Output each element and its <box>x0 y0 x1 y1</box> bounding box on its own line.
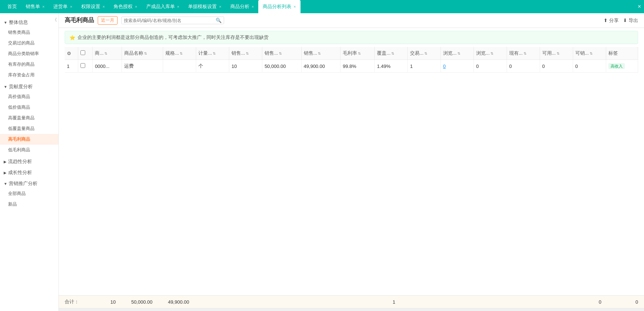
export-button[interactable]: ⬇ 导出 <box>623 17 638 24</box>
group-arrow-icon: ▼ <box>4 21 7 25</box>
select-all-checkbox[interactable] <box>80 50 85 55</box>
row-trade: 1 <box>408 60 441 73</box>
tab-close-icon[interactable]: × <box>294 4 296 9</box>
sidebar-item-低毛利商品[interactable]: 低毛利商品 <box>0 145 58 155</box>
footer-sale-qty: 10 <box>86 299 116 305</box>
sidebar-item-低价值商品[interactable]: 低价值商品 <box>0 102 58 113</box>
export-label: 导出 <box>629 17 638 24</box>
row-coverage: 1.49% <box>375 60 408 73</box>
col-header-sale_qty[interactable]: 销售...⇅ <box>229 47 262 60</box>
tab-close-icon[interactable]: × <box>135 4 137 9</box>
row-view1: 0 <box>441 60 474 73</box>
sidebar-item-商品分类助销率[interactable]: 商品分类助销率 <box>0 48 58 59</box>
share-icon: ⬆ <box>604 18 608 23</box>
main-layout: 《 ▼整体信息销售类商品交易过的商品商品分类助销率有库存的商品库存资金占用▼贡献… <box>0 13 644 311</box>
footer-current-stock: 0 <box>572 299 601 305</box>
col-header-name[interactable]: 商品名称⇅ <box>122 47 163 60</box>
col-header-sale_amount[interactable]: 销售...⇅ <box>262 47 301 60</box>
time-filter-button[interactable]: 近一月 <box>98 16 118 25</box>
sidebar-item-有库存的商品[interactable]: 有库存的商品 <box>0 59 58 70</box>
info-icon: ⭐ <box>69 35 75 40</box>
tab-close-icon[interactable]: × <box>219 4 221 9</box>
footer-label: 合计： <box>65 299 79 305</box>
sort-icon: ⇅ <box>424 51 427 55</box>
sort-icon: ⇅ <box>557 51 560 55</box>
col-header-code[interactable]: 商...⇅ <box>93 47 122 60</box>
close-all-button[interactable]: × <box>638 3 641 10</box>
view1-link[interactable]: 0 <box>443 64 446 69</box>
table-row: 10000...运费个1050,000.0049,900.0099.8%1.49… <box>65 60 638 73</box>
sort-icon: ⇅ <box>279 51 282 55</box>
sidebar-group-营销推广分析[interactable]: ▼营销推广分析 <box>0 177 58 188</box>
sidebar-item-销售类商品[interactable]: 销售类商品 <box>0 27 58 38</box>
tag-badge: 高收入 <box>608 63 625 69</box>
sort-icon: ⇅ <box>457 51 460 55</box>
share-button[interactable]: ⬆ 分享 <box>604 17 619 24</box>
col-header-sale_profit[interactable]: 销售...⇅ <box>301 47 340 60</box>
nav-tab-产成品入库单[interactable]: 产成品入库单 × <box>142 0 184 13</box>
header-actions: ⬆ 分享 ⬇ 导出 <box>604 17 638 24</box>
sort-icon: ⇅ <box>246 51 249 55</box>
row-view2: 0 <box>474 60 507 73</box>
nav-tab-进货单[interactable]: 进货单 × <box>49 0 76 13</box>
tab-close-icon[interactable]: × <box>177 4 179 9</box>
group-label: 流趋性分析 <box>8 158 32 165</box>
sort-icon: ⇅ <box>524 51 526 55</box>
sidebar-item-交易过的商品[interactable]: 交易过的商品 <box>0 38 58 48</box>
info-banner: ⭐ 企业的主要的利润都是这部分商品创造的，可考虑加大推广，同时关注库存是不要出现… <box>65 31 638 44</box>
sidebar-item-低覆盖量商品[interactable]: 低覆盖量商品 <box>0 123 58 134</box>
col-header-trade[interactable]: 交易...⇅ <box>408 47 441 60</box>
col-header-coverage[interactable]: 覆盖...⇅ <box>375 47 408 60</box>
row-current-stock: 0 <box>507 60 540 73</box>
row-sale-qty: 10 <box>229 60 262 73</box>
page-title: 高毛利商品 <box>65 17 94 24</box>
sidebar-group-成长性分析[interactable]: ▶成长性分析 <box>0 166 58 177</box>
sidebar-item-高毛利商品[interactable]: 高毛利商品 <box>0 134 58 145</box>
sort-icon: ⇅ <box>318 51 321 55</box>
sidebar-item-新品[interactable]: 新品 <box>0 199 58 210</box>
sidebar-group-整体信息[interactable]: ▼整体信息 <box>0 16 58 27</box>
col-header-spec[interactable]: 规格...⇅ <box>163 47 196 60</box>
search-input[interactable] <box>124 18 216 23</box>
content-header: 高毛利商品 近一月 🔍 ⬆ 分享 ⬇ 导出 <box>59 13 644 28</box>
sort-icon: ⇅ <box>358 51 361 55</box>
row-checkbox-input[interactable] <box>80 63 85 68</box>
row-saleable-stock: 0 <box>573 60 606 73</box>
sidebar-collapse-button[interactable]: 《 <box>51 16 58 23</box>
group-label: 营销推广分析 <box>9 180 37 187</box>
col-header-saleable_stock[interactable]: 可销...⇅ <box>573 47 606 60</box>
tab-close-icon[interactable]: × <box>252 4 254 9</box>
col-header-unit[interactable]: 计量...⇅ <box>196 47 229 60</box>
col-header-current_stock[interactable]: 现有...⇅ <box>507 47 540 60</box>
sidebar-item-库存资金占用[interactable]: 库存资金占用 <box>0 70 58 80</box>
sidebar-item-全部商品[interactable]: 全部商品 <box>0 188 58 199</box>
nav-tab-商品分析[interactable]: 商品分析 × <box>226 0 258 13</box>
col-header-checkbox <box>78 47 93 60</box>
nav-tab-销售单[interactable]: 销售单 × <box>21 0 49 13</box>
bottom-scrollbar[interactable] <box>59 308 644 311</box>
table-wrapper: ⚙商...⇅商品名称⇅规格...⇅计量...⇅销售...⇅销售...⇅销售...… <box>59 47 644 295</box>
nav-tab-商品分析列表[interactable]: 商品分析列表 × <box>258 0 300 13</box>
group-arrow-icon: ▶ <box>4 171 7 175</box>
table-footer: 合计： 10 50,000.00 49,900.00 1 0 0 <box>59 295 644 308</box>
sidebar-group-贡献度分析[interactable]: ▼贡献度分析 <box>0 80 58 91</box>
search-icon[interactable]: 🔍 <box>216 18 222 23</box>
col-header-margin_rate[interactable]: 毛利率⇅ <box>341 47 375 60</box>
sidebar-item-高价值商品[interactable]: 高价值商品 <box>0 91 58 102</box>
nav-tab-首页[interactable]: 首页 <box>3 0 21 13</box>
nav-tab-权限设置[interactable]: 权限设置 × <box>77 0 109 13</box>
sidebar-group-流趋性分析[interactable]: ▶流趋性分析 <box>0 155 58 166</box>
group-arrow-icon: ▶ <box>4 160 7 164</box>
tab-close-icon[interactable]: × <box>42 4 44 9</box>
col-header-available_stock[interactable]: 可用...⇅ <box>540 47 573 60</box>
tab-close-icon[interactable]: × <box>70 4 72 9</box>
col-header-view2[interactable]: 浏览...⇅ <box>474 47 507 60</box>
tab-close-icon[interactable]: × <box>102 4 105 9</box>
settings-icon[interactable]: ⚙ <box>67 51 71 56</box>
group-label: 贡献度分析 <box>9 83 33 90</box>
nav-tab-角色授权[interactable]: 角色授权 × <box>109 0 141 13</box>
group-label: 成长性分析 <box>8 169 32 176</box>
nav-tab-单据模板设置[interactable]: 单据模板设置 × <box>184 0 226 13</box>
col-header-view1[interactable]: 浏览...⇅ <box>441 47 474 60</box>
sidebar-item-高覆盖量商品[interactable]: 高覆盖量商品 <box>0 113 58 123</box>
